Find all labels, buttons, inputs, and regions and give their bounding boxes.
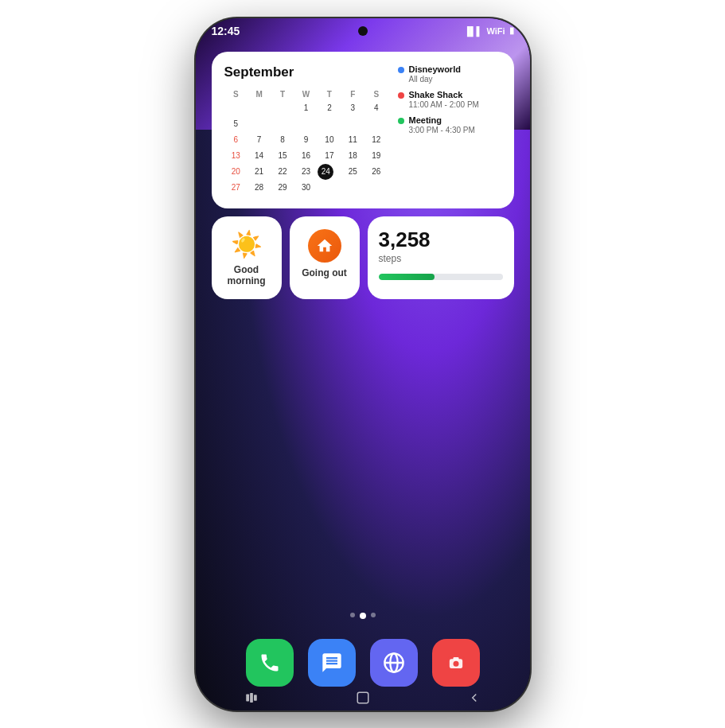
status-icons: ▐▌▌ WiFi ▮ xyxy=(464,25,514,36)
back-button[interactable] xyxy=(460,689,489,707)
svg-rect-9 xyxy=(254,695,257,701)
event-info: Shake Shack 11:00 AM - 2:00 PM xyxy=(409,90,479,109)
status-time: 12:45 xyxy=(212,25,240,37)
dock-internet-app[interactable] xyxy=(370,639,418,687)
cal-cell: 17 xyxy=(318,148,341,164)
cal-header-tue: T xyxy=(271,88,294,100)
phone-device: 12:45 ▐▌▌ WiFi ▮ September S M T xyxy=(196,18,530,710)
cal-week-2: 6 7 8 9 10 11 12 xyxy=(224,132,388,148)
event-time: 3:00 PM - 4:30 PM xyxy=(409,126,475,134)
event-info: Meeting 3:00 PM - 4:30 PM xyxy=(409,115,475,134)
cal-cell: 8 xyxy=(271,132,294,148)
steps-label: steps xyxy=(379,253,503,264)
event-meeting: Meeting 3:00 PM - 4:30 PM xyxy=(398,115,501,134)
cal-cell: 18 xyxy=(341,148,364,164)
going-out-label: Going out xyxy=(302,267,347,278)
cal-cell: 21 xyxy=(248,164,271,180)
weather-label: Good morning xyxy=(221,264,272,286)
cal-cell xyxy=(248,100,271,116)
cal-cell xyxy=(318,116,341,132)
cal-cell: 29 xyxy=(271,180,294,196)
cal-cell xyxy=(248,116,271,132)
signal-icon: ▐▌▌ xyxy=(464,26,482,36)
svg-rect-10 xyxy=(357,692,368,703)
steps-progress-bar-fill xyxy=(379,274,435,280)
event-dot-blue xyxy=(398,67,404,73)
calendar-widget[interactable]: September S M T W T F S xyxy=(212,52,514,208)
cal-cell xyxy=(341,116,364,132)
phone-screen: 12:45 ▐▌▌ WiFi ▮ September S M T xyxy=(196,18,530,710)
widgets-area: September S M T W T F S xyxy=(196,44,530,307)
cal-cell xyxy=(271,116,294,132)
back-icon xyxy=(467,691,481,705)
sun-icon: ☀️ xyxy=(231,229,263,259)
cal-header-thu: T xyxy=(318,88,341,100)
cal-cell: 23 xyxy=(294,164,318,180)
front-camera xyxy=(358,26,368,36)
cal-week-3: 13 14 15 16 17 18 19 xyxy=(224,148,388,164)
wifi-icon: WiFi xyxy=(486,26,505,36)
cal-cell: 22 xyxy=(271,164,294,180)
cal-cell: 19 xyxy=(364,148,388,164)
cal-week-1b: 5 xyxy=(224,116,388,132)
cal-cell xyxy=(318,180,341,196)
event-info: Disneyworld All day xyxy=(409,64,461,84)
cal-header-sat: S xyxy=(364,88,388,100)
cal-header-fri: F xyxy=(341,88,364,100)
cal-cell: 2 xyxy=(318,100,341,116)
event-name: Shake Shack xyxy=(409,90,479,100)
home-nav-icon xyxy=(356,691,370,705)
cal-cell: 15 xyxy=(271,148,294,164)
cal-week-1: 1 2 3 4 xyxy=(224,100,388,116)
cal-cell: 30 xyxy=(294,180,318,196)
cal-header-mon: M xyxy=(248,88,271,100)
cal-week-4: 20 21 22 23 24 25 26 xyxy=(224,164,388,180)
page-dot-3 xyxy=(371,613,376,617)
event-time: All day xyxy=(409,75,461,84)
going-out-widget[interactable]: Going out xyxy=(290,216,360,299)
cal-cell: 28 xyxy=(248,180,271,196)
cal-cell: 26 xyxy=(364,164,388,180)
calendar-events: Disneyworld All day Shake Shack 11:00 AM… xyxy=(398,64,501,196)
event-name: Meeting xyxy=(409,115,475,126)
event-name: Disneyworld xyxy=(409,64,461,75)
steps-widget[interactable]: 3,258 steps xyxy=(368,216,514,299)
cal-cell-sun: 27 xyxy=(224,180,248,196)
cal-cell: 12 xyxy=(364,132,388,148)
event-shake-shack: Shake Shack 11:00 AM - 2:00 PM xyxy=(398,90,501,109)
cal-cell: 16 xyxy=(294,148,318,164)
weather-widget[interactable]: ☀️ Good morning xyxy=(212,216,282,299)
home-button[interactable] xyxy=(349,689,377,707)
calendar-month: September xyxy=(224,64,388,80)
cal-cell xyxy=(364,116,388,132)
cal-cell: 4 xyxy=(364,100,388,116)
cal-cell: 3 xyxy=(341,100,364,116)
phone-icon xyxy=(259,652,281,674)
svg-rect-8 xyxy=(250,693,253,703)
camera-icon xyxy=(445,652,467,674)
cal-cell: 5 xyxy=(224,116,248,132)
recent-icon xyxy=(244,691,259,705)
cal-cell: 10 xyxy=(318,132,341,148)
dock-phone-app[interactable] xyxy=(246,639,294,687)
page-dot-1 xyxy=(350,613,355,617)
cal-cell: 9 xyxy=(294,132,318,148)
dock-camera-app[interactable] xyxy=(432,639,480,687)
cal-cell xyxy=(294,116,318,132)
svg-rect-7 xyxy=(246,694,249,701)
cal-cell: 25 xyxy=(341,164,364,180)
event-dot-red xyxy=(398,92,404,99)
dock-messages-app[interactable] xyxy=(308,639,356,687)
recent-apps-button[interactable] xyxy=(237,689,266,707)
page-dot-2-active xyxy=(360,613,366,619)
cal-cell xyxy=(224,100,248,116)
cal-cell: 1 xyxy=(294,100,318,116)
cal-cell xyxy=(271,100,294,116)
event-time: 11:00 AM - 2:00 PM xyxy=(409,100,479,109)
event-disneyworld: Disneyworld All day xyxy=(398,64,501,84)
cal-header-wed: W xyxy=(294,88,318,100)
cal-cell xyxy=(341,180,364,196)
cal-cell: 7 xyxy=(248,132,271,148)
cal-cell-sun: 6 xyxy=(224,132,248,148)
steps-count: 3,258 xyxy=(379,229,503,250)
